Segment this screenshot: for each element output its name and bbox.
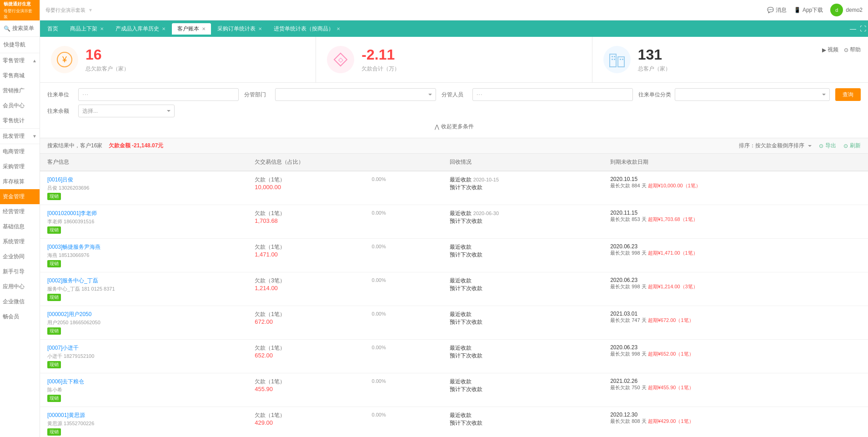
debt-percent-3: 0.00%	[372, 277, 386, 283]
overdue-amount-0[interactable]: 超期¥10,000.00（1笔）	[648, 183, 701, 188]
tab-purchase-order-close[interactable]: ✕	[258, 26, 262, 31]
sidebar-item-marketing[interactable]: 营销推广	[0, 83, 40, 98]
customer-id-6[interactable]: [0006]去下粮仓	[47, 378, 240, 386]
debt-amount-1[interactable]: 1,703.68	[255, 217, 353, 224]
stat-info-debt: 16 总欠款客户（家）	[85, 46, 129, 73]
sidebar-item-search[interactable]: 🔍 搜索菜单	[0, 20, 40, 37]
tab-home[interactable]: 首页	[42, 23, 64, 35]
sidebar-item-batch-mgmt[interactable]: 批发管理 ▼	[0, 129, 40, 144]
debt-percent-7: 0.00%	[372, 412, 386, 417]
tab-product-shelf[interactable]: 商品上下架 ✕	[65, 23, 109, 35]
customer-id-2[interactable]: [0003]畅捷服务尹海燕	[47, 243, 240, 251]
sidebar-item-purchase[interactable]: 采购管理	[0, 159, 40, 174]
sidebar-item-retail-stats[interactable]: 零售统计	[0, 113, 40, 128]
cell-customer-7: [000001]黄思源 黄思源 13552700226 现销	[40, 407, 247, 437]
tab-purchase-order[interactable]: 采购订单统计表 ✕	[212, 23, 267, 35]
debt-amount-5[interactable]: 652.00	[255, 352, 353, 359]
help-btn[interactable]: ⊙ 帮助	[844, 46, 861, 54]
tab-product-shelf-close[interactable]: ✕	[100, 26, 104, 31]
refresh-btn[interactable]: ⊙ 刷新	[843, 142, 861, 150]
overdue-amount-5[interactable]: 超期¥652.00（1笔）	[648, 351, 694, 357]
retail-mgmt-label: 零售管理	[3, 57, 25, 65]
debt-amount-6[interactable]: 455.90	[255, 386, 353, 392]
tab-production-history-close[interactable]: ✕	[162, 26, 166, 31]
badge-xianjin-4: 现销	[47, 327, 61, 335]
vip-member-label: 畅会员	[3, 313, 19, 321]
table-body: [0016]吕俊 吕俊 13026203696 现销 欠款（1笔） 10,000…	[40, 171, 868, 437]
sidebar-item-enterprise-wechat[interactable]: 企业微信	[0, 294, 40, 309]
customer-id-5[interactable]: [0007]小迸千	[47, 344, 240, 352]
collapse-btn[interactable]: ⋀ 收起更多条件	[433, 121, 476, 132]
cell-collection-2: 最近收款 预计下次收款	[442, 239, 603, 272]
customer-id-4[interactable]: [000002]用户2050	[47, 311, 240, 318]
tab-incoming-stats[interactable]: 进货单统计表（按商品） ✕	[268, 23, 346, 35]
overdue-amount-1[interactable]: 超期¥1,703.68（1笔）	[648, 216, 698, 222]
overdue-amount-6[interactable]: 超期¥455.90（1笔）	[648, 385, 694, 390]
debt-percent-6: 0.00%	[372, 378, 386, 384]
sidebar-item-operation[interactable]: 经营管理	[0, 204, 40, 219]
sidebar-item-newbie[interactable]: 新手引导	[0, 264, 40, 279]
filter-unit-category-select[interactable]	[675, 88, 830, 101]
company-divider: ▾	[89, 7, 92, 13]
filter-from-unit-input[interactable]: ···	[78, 88, 239, 101]
tabs-actions: — ⛶	[850, 25, 866, 32]
overdue-amount-3[interactable]: 超期¥1,214.00（3笔）	[648, 284, 698, 289]
cell-collection-3: 最近收款 预计下次收款	[442, 272, 603, 306]
finance-label: 资金管理	[3, 193, 25, 201]
customer-id-0[interactable]: [0016]吕俊	[47, 176, 240, 184]
sidebar-item-retail-mall[interactable]: 零售商城	[0, 68, 40, 83]
overdue-amount-4[interactable]: 超期¥672.00（1笔）	[648, 317, 694, 323]
cell-debt-percent-0: 0.00%	[361, 171, 443, 205]
sidebar-item-finance[interactable]: 资金管理	[0, 189, 40, 204]
user-profile[interactable]: d demo2	[830, 4, 863, 16]
tabs-maximize-btn[interactable]: ⛶	[860, 25, 866, 32]
tab-customer-account-close[interactable]: ✕	[202, 26, 206, 31]
overdue-days-1: 最长欠款 853 天 超期¥1,703.68（1笔）	[610, 216, 861, 223]
sidebar-item-quick-nav[interactable]: 快捷导航	[0, 37, 40, 53]
sidebar-item-system[interactable]: 系统管理	[0, 234, 40, 249]
latest-date-0: 2020-10-15	[473, 177, 499, 182]
debt-amount-4[interactable]: 672.00	[255, 318, 353, 325]
next-collection-info-2: 预计下次收款	[450, 251, 596, 259]
overdue-amount-7[interactable]: 超期¥429.00（1笔）	[648, 418, 694, 424]
search-button[interactable]: 查询	[835, 88, 861, 101]
video-btn[interactable]: ▶ 视频	[822, 46, 838, 54]
debt-amount-0[interactable]: 10,000.00	[255, 184, 353, 191]
filter-manager-input[interactable]: ···	[472, 88, 633, 101]
tabs-minimize-btn[interactable]: —	[850, 25, 856, 32]
filter-manager-label: 分管人员	[442, 91, 469, 99]
data-table: 客户信息 欠交易信息（占比） 回收情况 到期未收款日期 [0016]吕俊 吕俊 …	[40, 154, 868, 437]
cell-debt-5: 欠款（1笔） 652.00	[247, 340, 361, 373]
svg-rect-11	[622, 59, 623, 60]
tab-customer-account[interactable]: 客户账本 ✕	[172, 23, 211, 35]
message-btn[interactable]: 💬 消息	[767, 6, 787, 14]
latest-collection-label-0: 最近收款	[450, 176, 472, 183]
tab-incoming-stats-close[interactable]: ✕	[336, 26, 340, 31]
sidebar-item-ecommerce[interactable]: 电商管理	[0, 144, 40, 159]
sort-select[interactable]: 排序：按欠款金额倒序排序	[739, 142, 812, 150]
debt-amount-2[interactable]: 1,471.00	[255, 251, 353, 258]
sidebar-item-inventory[interactable]: 库存核算	[0, 174, 40, 189]
table-row: [000002]用户2050 用户2050 18665062050 现销 欠款（…	[40, 306, 868, 340]
debt-amount-7[interactable]: 429.00	[255, 419, 353, 426]
sidebar-item-retail-mgmt[interactable]: 零售管理 ▲	[0, 53, 40, 68]
sidebar-item-basic-info[interactable]: 基础信息	[0, 219, 40, 234]
debt-amount-3[interactable]: 1,214.00	[255, 285, 353, 291]
export-btn[interactable]: ⊙ 导出	[819, 142, 836, 150]
latest-collection-label-1: 最近收款	[450, 210, 472, 216]
sidebar-item-app-center[interactable]: 应用中心	[0, 279, 40, 294]
overdue-days-5: 最长欠款 998 天 超期¥652.00（1笔）	[610, 351, 861, 357]
customer-id-3[interactable]: [0002]服务中心_丁磊	[47, 277, 240, 285]
app-download-btn[interactable]: 📱 App下载	[794, 6, 823, 14]
filter-dept-select[interactable]	[275, 88, 436, 101]
retail-mall-label: 零售商城	[3, 72, 25, 80]
enterprise-wechat-label: 企业微信	[3, 298, 25, 306]
customer-id-1[interactable]: [0001020001]李老师	[47, 210, 240, 217]
filter-balance-select[interactable]: 选择...	[78, 105, 175, 117]
sidebar-item-vip-member[interactable]: 畅会员	[0, 309, 40, 324]
customer-id-7[interactable]: [000001]黄思源	[47, 412, 240, 419]
sidebar-item-enterprise[interactable]: 企业协同	[0, 249, 40, 264]
sidebar-item-member[interactable]: 会员中心	[0, 98, 40, 113]
tab-production-history[interactable]: 产成品入库单历史 ✕	[110, 23, 171, 35]
overdue-amount-2[interactable]: 超期¥1,471.00（1笔）	[648, 250, 698, 256]
